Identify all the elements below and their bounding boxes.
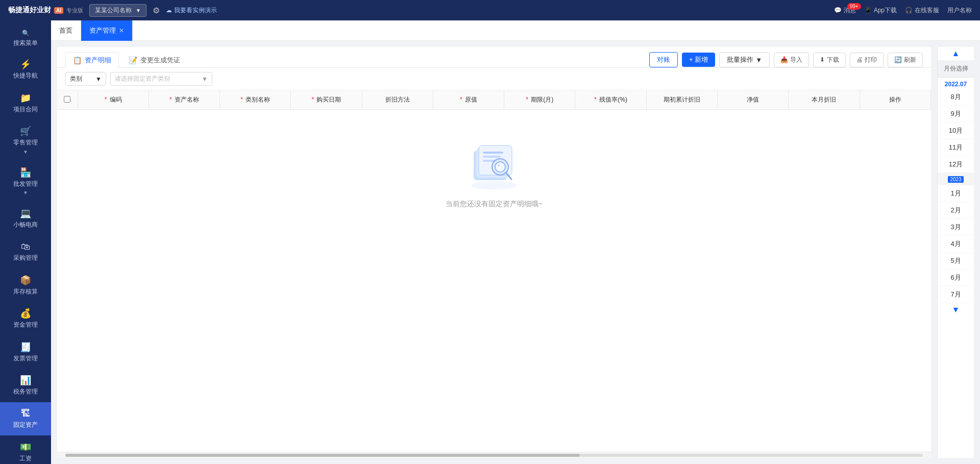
month-item-4[interactable]: 4月 — [938, 236, 974, 253]
sidebar-purchase-label: 采购管理 — [13, 254, 38, 262]
year-2023-tag: 2023 — [948, 176, 963, 183]
company-selector[interactable]: 某某公司名称 ▼ — [89, 4, 146, 17]
table-header-original-value: * 原值 — [433, 90, 504, 110]
sidebar-item-salary[interactable]: 💵 工资 — [0, 435, 51, 464]
ecommerce-icon: 💻 — [20, 208, 31, 219]
project-icon: 📁 — [20, 92, 31, 104]
app-download-label: App下载 — [874, 6, 897, 15]
sidebar: 🔍 搜索菜单 ⚡ 快捷导航 📁 项目合同 🛒 零售管理 ▼ 🏪 批发管理 ▼ 💻… — [0, 20, 51, 464]
month-item-12[interactable]: 12月 — [938, 156, 974, 173]
print-icon: 🖨 — [856, 56, 863, 63]
sidebar-item-invoice[interactable]: 🧾 发票管理 — [0, 335, 51, 369]
tab-close-icon[interactable]: ✕ — [119, 27, 124, 34]
month-item-11[interactable]: 11月 — [938, 139, 974, 156]
sidebar-item-purchase[interactable]: 🛍 采购管理 — [0, 235, 51, 268]
sidebar-item-fixed-assets[interactable]: 🏗 固定资产 — [0, 402, 51, 435]
table-header-purchase-date: * 购买日期 — [291, 90, 362, 110]
import-button[interactable]: 📥 导入 — [774, 53, 809, 67]
sub-tab-bar: 📋 资产明细 📝 变更生成凭证 对账 + 新增 批量操作 ▼ — [57, 47, 931, 68]
add-button[interactable]: + 新增 — [682, 53, 715, 67]
empty-illustration — [463, 140, 525, 191]
sidebar-inventory-label: 库存核算 — [13, 288, 38, 296]
month-item-5[interactable]: 5月 — [938, 253, 974, 270]
sidebar-retail-label: 零售管理 — [13, 139, 38, 147]
sidebar-item-project[interactable]: 📁 项目合同 — [0, 86, 51, 120]
sidebar-finance-label: 资金管理 — [13, 321, 38, 329]
svg-rect-5 — [483, 156, 501, 158]
month-item-9[interactable]: 9月 — [938, 106, 974, 123]
month-item-3[interactable]: 3月 — [938, 219, 974, 236]
scrollbar-thumb[interactable] — [65, 454, 580, 457]
salary-icon: 💵 — [20, 442, 31, 453]
month-item-10[interactable]: 10月 — [938, 123, 974, 139]
tab-bar: 首页 资产管理 ✕ — [51, 20, 980, 41]
tab-asset-management[interactable]: 资产管理 ✕ — [81, 20, 133, 41]
month-panel-up-arrow[interactable]: ▲ — [938, 47, 974, 60]
wholesale-icon: 🏪 — [20, 167, 31, 178]
sidebar-quick-nav-label: 快捷导航 — [13, 72, 38, 80]
sidebar-item-finance[interactable]: 💰 资金管理 — [0, 302, 51, 335]
demo-label: 我要看实例演示 — [174, 6, 217, 15]
inventory-icon: 📦 — [20, 275, 31, 286]
month-panel-down-arrow[interactable]: ▼ — [938, 303, 974, 316]
select-all-checkbox[interactable] — [64, 96, 70, 103]
messages-button[interactable]: 💬 消息 99+ — [834, 6, 856, 15]
col-dep-method-label: 折旧方法 — [385, 96, 410, 103]
user-info[interactable]: 用户名称 — [947, 6, 972, 15]
print-button[interactable]: 🖨 打印 — [850, 53, 884, 67]
settings-icon[interactable]: ⚙ — [153, 6, 160, 15]
col-category-label: 类别名称 — [246, 96, 270, 103]
horizontal-scrollbar[interactable] — [65, 454, 923, 457]
table-header-residual-rate: * 残值率(%) — [575, 90, 646, 110]
sidebar-item-tax[interactable]: 📊 税务管理 — [0, 369, 51, 402]
reconcile-button[interactable]: 对账 — [649, 52, 678, 67]
top-bar: 畅捷通好业财 AI 专业版 某某公司名称 ▼ ⚙ ☁ 我要看实例演示 💬 消息 … — [0, 0, 980, 20]
month-item-6[interactable]: 6月 — [938, 270, 974, 286]
col-code-label: 编码 — [110, 96, 122, 103]
sidebar-search[interactable]: 🔍 搜索菜单 — [0, 25, 51, 53]
sidebar-item-inventory[interactable]: 📦 库存核算 — [0, 268, 51, 302]
category-value-select[interactable]: 请选择固定资产类别 ▼ — [110, 72, 212, 86]
table-header-net-value: 净值 — [718, 90, 789, 110]
sidebar-assets-label: 固定资产 — [13, 421, 38, 429]
assets-table: * 编码 * 资产名称 * 类别名称 — [57, 90, 931, 110]
svg-point-0 — [471, 181, 517, 189]
online-service-label: 在线客服 — [915, 6, 939, 15]
app-title: 畅捷通好业财 — [8, 6, 51, 15]
bottom-scrollbar[interactable] — [57, 452, 931, 458]
refresh-button[interactable]: 🔄 刷新 — [888, 53, 923, 67]
sidebar-item-wholesale[interactable]: 🏪 批发管理 ▼ — [0, 161, 51, 202]
demo-link[interactable]: ☁ 我要看实例演示 — [166, 6, 217, 15]
svg-point-11 — [498, 164, 500, 166]
table-container[interactable]: * 编码 * 资产名称 * 类别名称 — [57, 90, 931, 452]
sidebar-item-ecommerce[interactable]: 💻 小畅电商 — [0, 202, 51, 235]
sidebar-item-quick-nav[interactable]: ⚡ 快捷导航 — [0, 53, 51, 86]
sub-tab-change-voucher[interactable]: 📝 变更生成凭证 — [121, 52, 188, 68]
download-icon: ⬇ — [820, 56, 825, 63]
batch-button[interactable]: 批量操作 ▼ — [719, 52, 770, 67]
month-item-1[interactable]: 1月 — [938, 185, 974, 202]
download-button[interactable]: ⬇ 下载 — [813, 53, 846, 67]
empty-state: 当前您还没有固定资产明细哦~ — [57, 110, 931, 239]
category-type-select[interactable]: 类别 ▼ — [65, 72, 106, 86]
sidebar-item-retail[interactable]: 🛒 零售管理 ▼ — [0, 119, 51, 161]
col-period-label: 期限(月) — [531, 96, 553, 103]
tab-home[interactable]: 首页 — [51, 20, 81, 41]
tab-asset-label: 资产管理 — [89, 26, 116, 35]
app-download-button[interactable]: 📱 App下载 — [864, 6, 897, 15]
message-icon: 💬 — [834, 7, 842, 14]
print-label: 打印 — [865, 56, 877, 64]
sub-tab-asset-detail[interactable]: 📋 资产明细 — [65, 52, 119, 68]
topbar-right: 💬 消息 99+ 📱 App下载 🎧 在线客服 用户名称 — [834, 6, 972, 15]
table-header-period: * 期限(月) — [504, 90, 575, 110]
month-item-7[interactable]: 7月 — [938, 286, 974, 303]
assets-icon: 🏗 — [21, 408, 30, 419]
month-item-8[interactable]: 8月 — [938, 89, 974, 106]
col-name-label: 资产名称 — [175, 96, 199, 103]
month-item-2[interactable]: 2月 — [938, 202, 974, 219]
sidebar-tax-label: 税务管理 — [13, 388, 38, 396]
online-service-button[interactable]: 🎧 在线客服 — [905, 6, 939, 15]
empty-text: 当前您还没有固定资产明细哦~ — [446, 200, 543, 209]
sidebar-invoice-label: 发票管理 — [13, 355, 38, 363]
sidebar-wholesale-label: 批发管理 — [13, 180, 38, 188]
